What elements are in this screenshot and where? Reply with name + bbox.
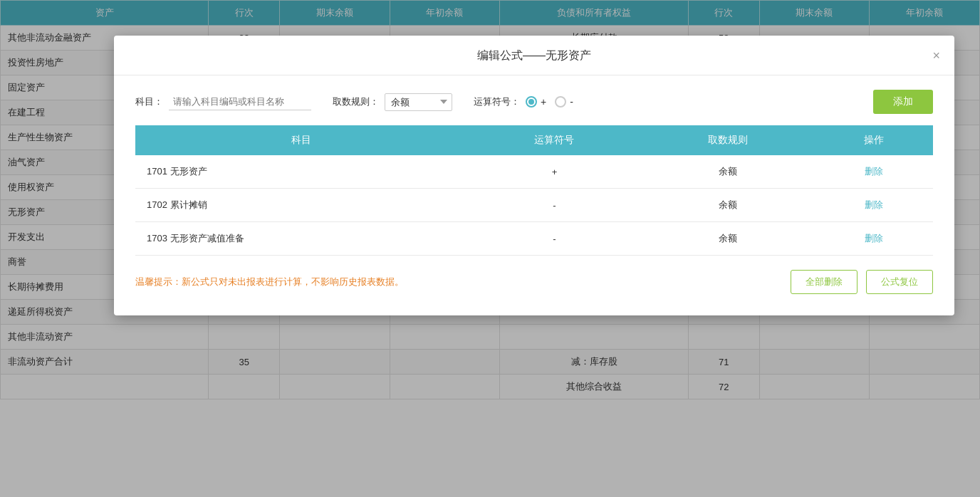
formula-subject: 1702 累计摊销 [135,189,468,222]
subject-label: 科目： [135,95,163,108]
col-header-subject: 科目 [135,125,468,155]
rule-select-wrapper: 余额 借方 贷方 借方发生额 贷方发生额 [385,93,452,111]
formula-action: 删除 [815,222,933,256]
formula-action: 删除 [815,189,933,222]
formula-rule: 余额 [641,189,815,222]
formula-rule: 余额 [641,222,815,256]
col-header-rule: 取数规则 [641,125,815,155]
formula-operator: + [468,155,642,189]
footer-buttons: 全部删除 公式复位 [791,270,933,294]
subject-input[interactable] [169,93,311,110]
rule-label: 取数规则： [333,95,379,108]
formula-form-row: 科目： 取数规则： 余额 借方 贷方 借方发生额 贷方发生额 运算符号： + [114,75,954,125]
formula-table-row: 1701 无形资产+余额删除 [135,155,933,189]
formula-table-row: 1703 无形资产减值准备-余额删除 [135,222,933,256]
operator-radio-group: + - [526,96,573,108]
rule-select[interactable]: 余额 借方 贷方 借方发生额 贷方发生额 [385,93,452,111]
add-button[interactable]: 添加 [873,90,933,114]
formula-table-row: 1702 累计摊销-余额删除 [135,189,933,222]
modal-title: 编辑公式——无形资产 [477,48,591,63]
formula-subject: 1703 无形资产减值准备 [135,222,468,256]
operator-minus-option[interactable]: - [555,96,573,108]
reset-formula-button[interactable]: 公式复位 [866,270,933,294]
delete-row-button[interactable]: 删除 [865,199,883,210]
modal-footer: 温馨提示：新公式只对未出报表进行计算，不影响历史报表数据。 全部删除 公式复位 [114,256,954,294]
edit-formula-modal: 编辑公式——无形资产 × 科目： 取数规则： 余额 借方 贷方 借方发生额 贷方… [114,36,954,315]
delete-row-button[interactable]: 删除 [865,233,883,244]
formula-operator: - [468,189,642,222]
col-header-action: 操作 [815,125,933,155]
col-header-operator: 运算符号 [468,125,642,155]
modal-close-button[interactable]: × [932,49,940,62]
operator-plus-radio[interactable] [526,96,537,108]
operator-minus-label: - [570,96,573,108]
delete-row-button[interactable]: 删除 [865,166,883,177]
modal-header: 编辑公式——无形资产 × [114,36,954,75]
formula-table-header-row: 科目 运算符号 取数规则 操作 [135,125,933,155]
operator-group: 运算符号： + - [474,95,573,108]
formula-subject: 1701 无形资产 [135,155,468,189]
formula-operator: - [468,222,642,256]
formula-table-wrapper: 科目 运算符号 取数规则 操作 1701 无形资产+余额删除1702 累计摊销-… [135,125,933,256]
subject-group: 科目： [135,93,311,110]
operator-label: 运算符号： [474,95,520,108]
tip-text: 温馨提示：新公式只对未出报表进行计算，不影响历史报表数据。 [135,276,404,288]
operator-plus-label: + [541,96,546,108]
rule-group: 取数规则： 余额 借方 贷方 借方发生额 贷方发生额 [333,93,452,111]
formula-action: 删除 [815,155,933,189]
formula-table: 科目 运算符号 取数规则 操作 1701 无形资产+余额删除1702 累计摊销-… [135,125,933,256]
delete-all-button[interactable]: 全部删除 [791,270,858,294]
operator-minus-radio[interactable] [555,96,566,108]
formula-rule: 余额 [641,155,815,189]
operator-plus-option[interactable]: + [526,96,546,108]
